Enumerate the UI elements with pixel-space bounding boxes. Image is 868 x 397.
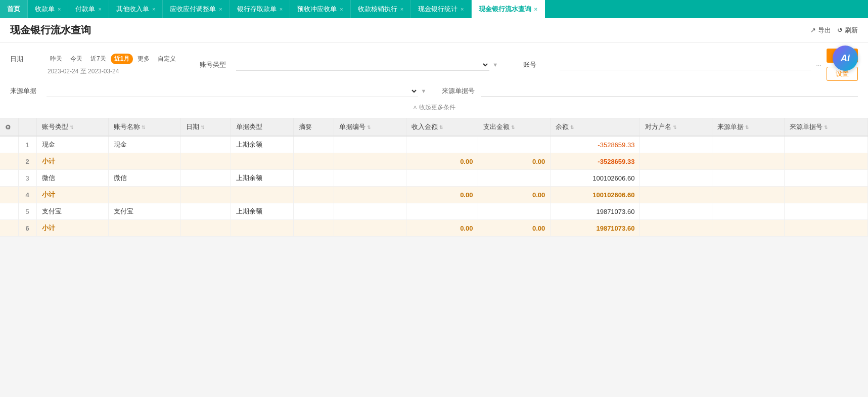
cell-source_doc [712,220,785,237]
row-number: 3 [18,170,36,187]
refresh-button[interactable]: ↺ 刷新 [837,26,858,35]
cell-date [181,153,231,170]
cell-doc_no [334,203,406,220]
collapse-bar[interactable]: ∧ 收起更多条件 [10,101,858,114]
close-icon[interactable]: × [280,6,283,12]
cell-doc_type [231,220,293,237]
col-header-date[interactable]: 日期⇅ [181,118,231,136]
cell-source_doc_no [785,187,868,203]
close-icon[interactable]: × [400,6,403,12]
nav-item-cash-bank-flow[interactable]: 现金银行流水查询× [472,0,545,18]
cell-account_name: 现金 [109,136,181,153]
table-row[interactable]: 6小计0.000.0019871073.60 [0,220,868,237]
col-header-doc_no[interactable]: 单据编号⇅ [334,118,406,136]
cell-summary [293,170,334,187]
date-option-近1月[interactable]: 近1月 [111,54,133,64]
nav-item-ar-ap-adjust[interactable]: 应收应付调整单× [163,0,230,18]
cell-summary [293,153,334,170]
cell-balance: 100102606.60 [551,187,640,203]
ai-assistant-button[interactable]: Ai [833,46,858,71]
account-type-select[interactable]: 现金 微信 支付宝 [236,59,489,71]
data-table: ⚙账号类型⇅账号名称⇅日期⇅单据类型摘要单据编号⇅收入金额⇅支出金额⇅余额⇅对方… [0,118,868,237]
sort-icon-account_name: ⇅ [142,125,146,130]
col-header-summary: 摘要 [293,118,334,136]
cell-doc_type: 上期余额 [231,136,293,153]
more-options-icon[interactable]: ··· [816,61,821,69]
close-icon[interactable]: × [534,6,537,12]
cell-account_name [109,153,181,170]
nav-item-receipt-verify[interactable]: 收款核销执行× [351,0,411,18]
date-option-自定义[interactable]: 自定义 [154,54,179,64]
close-icon[interactable]: × [98,6,101,12]
export-icon: ↗ [810,26,816,34]
col-header-row_num [18,118,36,136]
cell-balance: 19871073.60 [551,203,640,220]
refresh-icon: ↺ [837,26,843,34]
col-header-settings: ⚙ [0,118,18,136]
col-header-account_type[interactable]: 账号类型⇅ [36,118,109,136]
table-row[interactable]: 2小计0.000.00-3528659.33 [0,153,868,170]
source-doc-filter: 来源单据 ▼ [10,85,427,97]
date-option-昨天[interactable]: 昨天 [47,54,66,64]
col-header-balance[interactable]: 余额⇅ [551,118,640,136]
col-header-source_doc[interactable]: 来源单据⇅ [712,118,785,136]
nav-item-cash-bank-stats[interactable]: 现金银行统计× [411,0,471,18]
filter-area: 日期 昨天今天近7天近1月更多自定义 2023-02-24 至 2023-03-… [0,42,868,118]
cell-account_type: 现金 [36,136,109,153]
table-row[interactable]: 3微信微信上期余额100102606.60 [0,170,868,187]
nav-item-prepay-offset[interactable]: 预收冲应收单× [290,0,350,18]
sort-icon-doc_no: ⇅ [367,125,371,130]
table-row[interactable]: 1现金现金上期余额-3528659.33 [0,136,868,153]
row-settings-cell [0,153,18,170]
cell-counterpart [640,136,712,153]
cell-account_name [109,187,181,203]
date-option-今天[interactable]: 今天 [67,54,86,64]
table-row[interactable]: 5支付宝支付宝上期余额19871073.60 [0,203,868,220]
source-doc-no-filter: 来源单据号 [442,85,858,97]
cell-doc_no [334,170,406,187]
cell-account_name: 微信 [109,170,181,187]
cell-summary [293,187,334,203]
nav-item-home[interactable]: 首页 [0,0,28,18]
row-number: 4 [18,187,36,203]
col-header-expense[interactable]: 支出金额⇅ [478,118,551,136]
date-option-更多[interactable]: 更多 [134,54,153,64]
cell-date [181,203,231,220]
account-type-filter: 账号类型 现金 微信 支付宝 ▼ [200,59,498,71]
col-header-account_name[interactable]: 账号名称⇅ [109,118,181,136]
row-settings-cell [0,187,18,203]
cell-account_type: 支付宝 [36,203,109,220]
nav-item-bank-deposit[interactable]: 银行存取款单× [230,0,290,18]
sort-icon-account_type: ⇅ [70,125,74,130]
row-number: 5 [18,203,36,220]
table-row[interactable]: 4小计0.000.00100102606.60 [0,187,868,203]
top-nav: 首页收款单×付款单×其他收入单×应收应付调整单×银行存取款单×预收冲应收单×收款… [0,0,868,18]
col-header-income[interactable]: 收入金额⇅ [406,118,478,136]
cell-income: 0.00 [406,187,478,203]
close-icon[interactable]: × [340,6,343,12]
header-actions: ↗ 导出 ↺ 刷新 [810,26,858,35]
nav-item-payment[interactable]: 付款单× [68,0,109,18]
nav-item-other-income[interactable]: 其他收入单× [109,0,163,18]
cell-source_doc_no [785,203,868,220]
source-doc-select[interactable] [47,85,418,97]
cell-balance: 19871073.60 [551,220,640,237]
cell-expense: 0.00 [478,220,551,237]
close-icon[interactable]: × [152,6,155,12]
account-input[interactable] [560,59,811,70]
sort-icon-expense: ⇅ [511,125,515,130]
cell-summary [293,203,334,220]
source-doc-label: 来源单据 [10,86,40,96]
close-icon[interactable]: × [58,6,61,12]
date-option-近7天[interactable]: 近7天 [87,54,110,64]
col-header-counterpart[interactable]: 对方户名⇅ [640,118,712,136]
cell-income [406,136,478,153]
close-icon[interactable]: × [219,6,222,12]
close-icon[interactable]: × [461,6,464,12]
cell-source_doc [712,153,785,170]
cell-counterpart [640,170,712,187]
export-button[interactable]: ↗ 导出 [810,26,831,35]
source-doc-no-input[interactable] [481,85,858,97]
col-header-source_doc_no[interactable]: 来源单据号⇅ [785,118,868,136]
nav-item-receipt[interactable]: 收款单× [28,0,68,18]
